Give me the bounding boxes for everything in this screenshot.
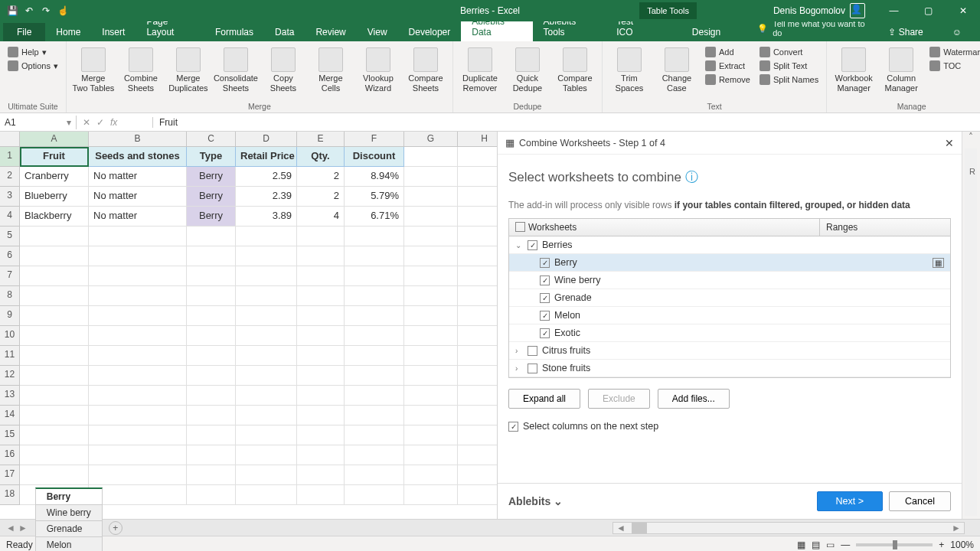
tab-formulas[interactable]: Formulas xyxy=(204,23,264,41)
cell-r18-c1[interactable] xyxy=(89,485,187,505)
sheet-prev-icon[interactable]: ◄ xyxy=(6,523,15,533)
cell-r14-c2[interactable] xyxy=(187,406,236,425)
cell-r11-c5[interactable] xyxy=(345,346,404,366)
sheet-range-0[interactable]: ▦ xyxy=(820,255,950,271)
cell-r6-c6[interactable] xyxy=(404,246,458,266)
cancel-formula-icon[interactable]: ✕ xyxy=(83,117,90,128)
cell-r16-c5[interactable] xyxy=(345,445,404,465)
cell-r12-c5[interactable] xyxy=(345,366,404,386)
cell-r13-c1[interactable] xyxy=(89,386,187,406)
row-head-5[interactable]: 5 xyxy=(0,227,20,246)
sheet-node-0[interactable]: Berry xyxy=(554,257,577,268)
cell-r14-c3[interactable] xyxy=(236,406,297,425)
cell-r7-c1[interactable] xyxy=(89,266,187,286)
convert-button[interactable]: Convert xyxy=(756,46,822,58)
row-head-4[interactable]: 4 xyxy=(0,207,20,227)
cell-r12-c6[interactable] xyxy=(404,366,458,386)
tab-design[interactable]: Design xyxy=(681,23,731,41)
sheet-range-3[interactable] xyxy=(820,312,950,318)
split-text-button[interactable]: Split Text xyxy=(756,60,822,72)
share-button[interactable]: ⇪Share xyxy=(877,23,934,41)
cell-r16-c0[interactable] xyxy=(20,445,89,465)
row-head-16[interactable]: 16 xyxy=(0,445,20,465)
workbook-checkbox-2[interactable] xyxy=(528,364,537,373)
close-button[interactable]: ✕ xyxy=(946,0,980,21)
brand-label[interactable]: Ablebits ⌄ xyxy=(508,495,563,507)
cell-r5-c1[interactable] xyxy=(89,227,187,246)
dedupe-btn-2[interactable]: Compare Tables xyxy=(553,44,597,102)
expander-icon[interactable]: ⌄ xyxy=(515,241,523,249)
cell-r15-c0[interactable] xyxy=(20,425,89,445)
cell-r3-c4[interactable]: 2 xyxy=(297,187,345,207)
cell-r7-c2[interactable] xyxy=(187,266,236,286)
cell-r11-c2[interactable] xyxy=(187,346,236,366)
expand-all-button[interactable]: Expand all xyxy=(508,389,580,409)
cell-r9-c0[interactable] xyxy=(20,306,89,326)
cell-r14-c0[interactable] xyxy=(20,406,89,425)
range-picker-icon[interactable]: ▦ xyxy=(933,258,944,268)
row-head-6[interactable]: 6 xyxy=(0,246,20,266)
help-circle-icon[interactable]: ⓘ xyxy=(685,170,698,184)
cell-r9-c4[interactable] xyxy=(297,306,345,326)
cell-r6-c2[interactable] xyxy=(187,246,236,266)
cell-r7-c0[interactable] xyxy=(20,266,89,286)
cell-r6-c1[interactable] xyxy=(89,246,187,266)
cell-r3-c1[interactable]: No matter xyxy=(89,187,187,207)
cell-r17-c2[interactable] xyxy=(187,465,236,485)
cell-r11-c4[interactable] xyxy=(297,346,345,366)
cell-r5-c3[interactable] xyxy=(236,227,297,246)
cell-r10-c4[interactable] xyxy=(297,326,345,346)
cell-r12-c4[interactable] xyxy=(297,366,345,386)
horizontal-scrollbar[interactable]: ◄► xyxy=(612,522,965,534)
cell-r17-c6[interactable] xyxy=(404,465,458,485)
cell-r17-c3[interactable] xyxy=(236,465,297,485)
cell-r13-c4[interactable] xyxy=(297,386,345,406)
cell-r13-c2[interactable] xyxy=(187,386,236,406)
row-head-10[interactable]: 10 xyxy=(0,326,20,346)
cell-r18-c4[interactable] xyxy=(297,485,345,505)
tab-file[interactable]: File xyxy=(3,23,45,41)
expander-icon[interactable]: › xyxy=(515,347,523,355)
cell-r9-c2[interactable] xyxy=(187,306,236,326)
col-header-b[interactable]: B xyxy=(89,132,187,146)
tab-insert[interactable]: Insert xyxy=(91,23,136,41)
cell-r10-c6[interactable] xyxy=(404,326,458,346)
expander-icon[interactable]: › xyxy=(515,364,523,373)
toc-button[interactable]: TOC xyxy=(926,60,980,72)
workbook-node-1[interactable]: Citrus fruits xyxy=(542,345,590,356)
cell-r12-c0[interactable] xyxy=(20,366,89,386)
dedupe-btn-0[interactable]: Duplicate Remover xyxy=(458,44,502,102)
cell-r5-c2[interactable] xyxy=(187,227,236,246)
view-break-icon[interactable]: ▭ xyxy=(826,540,835,550)
cell-r5-c6[interactable] xyxy=(404,227,458,246)
cell-r11-c3[interactable] xyxy=(236,346,297,366)
redo-icon[interactable]: ↷ xyxy=(40,5,52,17)
col-header-f[interactable]: F xyxy=(345,132,404,146)
cell-r4-c4[interactable]: 4 xyxy=(297,207,345,227)
touch-icon[interactable]: ☝ xyxy=(57,5,69,17)
cell-r5-c4[interactable] xyxy=(297,227,345,246)
cell-r17-c4[interactable] xyxy=(297,465,345,485)
cell-r9-c3[interactable] xyxy=(236,306,297,326)
undo-icon[interactable]: ↶ xyxy=(23,5,35,17)
cell-r3-c3[interactable]: 2.39 xyxy=(236,187,297,207)
split-names-button[interactable]: Split Names xyxy=(756,73,822,86)
row-head-17[interactable]: 17 xyxy=(0,465,20,485)
col-header-d[interactable]: D xyxy=(236,132,297,146)
cell-r10-c3[interactable] xyxy=(236,326,297,346)
user-name[interactable]: Denis Bogomolov 👤 xyxy=(773,3,865,18)
sheet-tab-1[interactable]: Wine berry xyxy=(35,504,103,520)
exclude-button[interactable]: Exclude xyxy=(588,389,650,409)
restore-button[interactable]: ▢ xyxy=(911,0,946,21)
help-button[interactable]: Help ▾ xyxy=(5,46,61,58)
cell-r8-c1[interactable] xyxy=(89,286,187,306)
row-head-7[interactable]: 7 xyxy=(0,266,20,286)
cell-r8-c3[interactable] xyxy=(236,286,297,306)
cell-r6-c4[interactable] xyxy=(297,246,345,266)
cell-r16-c3[interactable] xyxy=(236,445,297,465)
cell-r10-c1[interactable] xyxy=(89,326,187,346)
zoom-in-icon[interactable]: + xyxy=(939,540,944,550)
select-all-worksheets-checkbox[interactable] xyxy=(515,222,525,232)
merge-btn-5[interactable]: Merge Cells xyxy=(309,44,353,102)
cell-r4-c2[interactable]: Berry xyxy=(187,207,236,227)
